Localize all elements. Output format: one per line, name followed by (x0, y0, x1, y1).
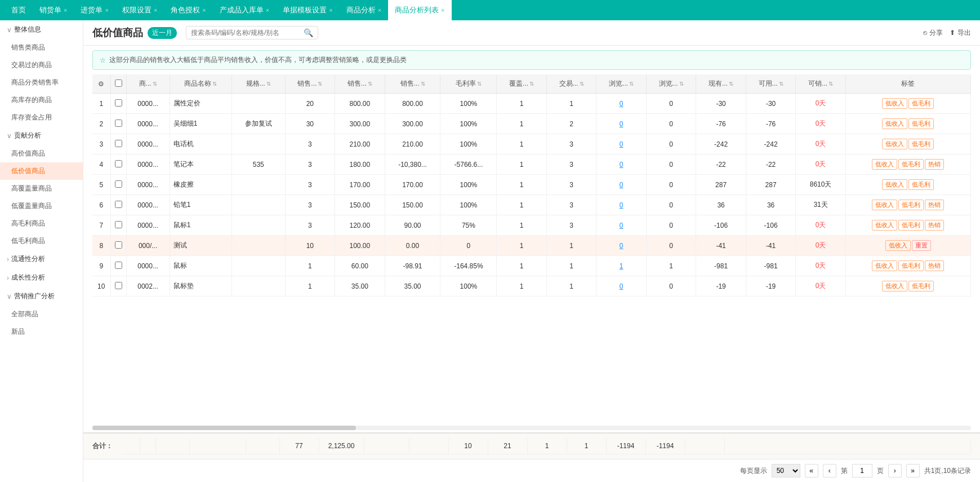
row-checkbox-cell[interactable] (110, 215, 126, 236)
sidebar-item-high-margin[interactable]: 高毛利商品 (0, 215, 83, 232)
row-checkbox[interactable] (115, 221, 122, 228)
sidebar-section-overall[interactable]: ∨ 整体信息 (0, 20, 83, 39)
page-input[interactable] (852, 464, 872, 477)
row-checkbox-cell[interactable] (110, 154, 126, 175)
close-purchase-tab[interactable]: × (105, 7, 108, 14)
prev-page-button[interactable]: ‹ (823, 464, 836, 477)
col-amount[interactable]: 销售...⇅ (385, 74, 440, 94)
close-list-tab[interactable]: × (441, 7, 444, 14)
col-settings[interactable]: ⚙ (92, 74, 110, 94)
row-checkbox[interactable] (115, 140, 122, 147)
col-checkbox[interactable] (110, 74, 126, 94)
row-checkbox-cell[interactable] (110, 134, 126, 154)
row-checkbox-cell[interactable] (110, 236, 126, 256)
row-checkbox[interactable] (115, 241, 122, 249)
row-checkbox[interactable] (115, 201, 122, 208)
last-page-button[interactable]: » (906, 464, 920, 477)
nav-product-analysis[interactable]: 商品分析 × (340, 0, 388, 20)
row-browse1[interactable]: 0 (596, 134, 647, 154)
nav-product-analysis-list[interactable]: 商品分析列表 × (388, 0, 451, 20)
sidebar-section-growth[interactable]: › 成长性分析 (0, 268, 83, 287)
col-browse1[interactable]: 浏览...⇅ (596, 74, 647, 94)
row-checkbox-cell[interactable] (110, 195, 126, 215)
col-gross[interactable]: 毛利率⇅ (440, 74, 497, 94)
row-browse1[interactable]: 0 (596, 215, 647, 236)
sidebar-item-sales-products[interactable]: 销售类商品 (0, 39, 83, 56)
row-browse1[interactable]: 0 (596, 236, 647, 256)
nav-product-inbound[interactable]: 产成品入库单 × (213, 0, 276, 20)
close-inbound-tab[interactable]: × (266, 7, 269, 14)
row-checkbox[interactable] (115, 120, 122, 127)
date-badge[interactable]: 近一月 (148, 27, 177, 39)
col-coverage[interactable]: 覆盖...⇅ (497, 74, 547, 94)
per-page-select[interactable]: 50 20 100 (772, 464, 800, 477)
sidebar-item-high-coverage[interactable]: 高覆盖量商品 (0, 180, 83, 197)
table-container[interactable]: ⚙ 商...⇅ 商品名称⇅ 规格...⇅ 销售...⇅ 销售...⇅ 销售...… (83, 74, 980, 426)
browse-link[interactable]: 0 (620, 140, 623, 148)
row-browse1[interactable]: 0 (596, 114, 647, 134)
row-checkbox-cell[interactable] (110, 175, 126, 195)
browse-link[interactable]: 0 (620, 201, 623, 209)
col-name[interactable]: 商品名称⇅ (170, 74, 231, 94)
col-tags[interactable]: 标签 (845, 74, 970, 94)
col-trade[interactable]: 交易...⇅ (546, 74, 596, 94)
sidebar-item-all-products[interactable]: 全部商品 (0, 306, 83, 323)
row-checkbox[interactable] (115, 262, 122, 269)
export-button[interactable]: ⬆ 导出 (950, 28, 971, 38)
browse-link[interactable]: 0 (620, 100, 623, 108)
col-code[interactable]: 商...⇅ (126, 74, 170, 94)
browse-link[interactable]: 0 (620, 282, 623, 290)
browse-link[interactable]: 0 (620, 222, 623, 229)
row-checkbox[interactable] (115, 99, 122, 107)
row-checkbox-cell[interactable] (110, 256, 126, 276)
close-analysis-tab[interactable]: × (378, 7, 381, 14)
search-input[interactable] (191, 29, 304, 37)
browse-link[interactable]: 0 (620, 181, 623, 189)
select-all-checkbox[interactable] (115, 79, 122, 87)
sidebar-item-category-rate[interactable]: 商品分类销售率 (0, 74, 83, 91)
nav-sales[interactable]: 销货单 × (33, 0, 74, 20)
col-sellable[interactable]: 可销...⇅ (796, 74, 846, 94)
col-avail[interactable]: 可用...⇅ (746, 74, 796, 94)
sidebar-section-contribution[interactable]: ∨ 贡献分析 (0, 126, 83, 145)
col-browse2[interactable]: 浏览...⇅ (646, 74, 696, 94)
row-browse1[interactable]: 0 (596, 175, 647, 195)
row-browse1[interactable]: 0 (596, 94, 647, 114)
row-browse1[interactable]: 0 (596, 154, 647, 175)
close-permissions-tab[interactable]: × (154, 7, 157, 14)
sidebar-item-low-margin[interactable]: 低毛利商品 (0, 232, 83, 250)
close-role-tab[interactable]: × (202, 7, 206, 14)
nav-home[interactable]: 首页 (5, 0, 33, 20)
row-browse1[interactable]: 0 (596, 195, 647, 215)
search-icon[interactable]: 🔍 (304, 28, 313, 37)
nav-permissions[interactable]: 权限设置 × (115, 0, 164, 20)
share-button[interactable]: ⎋ 分享 (923, 28, 943, 38)
sidebar-item-new-products[interactable]: 新品 (0, 323, 83, 341)
row-checkbox-cell[interactable] (110, 114, 126, 134)
sidebar-section-flow[interactable]: › 流通性分析 (0, 250, 83, 268)
col-price[interactable]: 销售...⇅ (335, 74, 385, 94)
sidebar-item-stock-capital[interactable]: 库存资金占用 (0, 109, 83, 126)
nav-purchase[interactable]: 进货单 × (74, 0, 115, 20)
scrollbar-thumb[interactable] (92, 426, 356, 430)
row-checkbox-cell[interactable] (110, 276, 126, 297)
row-checkbox[interactable] (115, 160, 122, 167)
sidebar-item-low-value[interactable]: 低价值商品 (0, 162, 83, 180)
sidebar-item-high-value[interactable]: 高价值商品 (0, 145, 83, 162)
browse-link[interactable]: 1 (620, 262, 623, 270)
close-sales-tab[interactable]: × (64, 7, 67, 14)
first-page-button[interactable]: « (805, 464, 818, 477)
browse-link[interactable]: 0 (620, 120, 623, 128)
nav-template[interactable]: 单据模板设置 × (276, 0, 339, 20)
browse-link[interactable]: 0 (620, 161, 623, 169)
browse-link[interactable]: 0 (620, 242, 623, 250)
sidebar-item-traded[interactable]: 交易过的商品 (0, 56, 83, 74)
row-checkbox-cell[interactable] (110, 94, 126, 114)
col-qty[interactable]: 销售...⇅ (285, 74, 335, 94)
row-browse1[interactable]: 0 (596, 276, 647, 297)
sidebar-item-low-coverage[interactable]: 低覆盖量商品 (0, 197, 83, 215)
row-checkbox[interactable] (115, 282, 122, 289)
horizontal-scrollbar[interactable] (92, 426, 971, 430)
row-checkbox[interactable] (115, 180, 122, 188)
sidebar-item-high-stock[interactable]: 高库存的商品 (0, 91, 83, 109)
